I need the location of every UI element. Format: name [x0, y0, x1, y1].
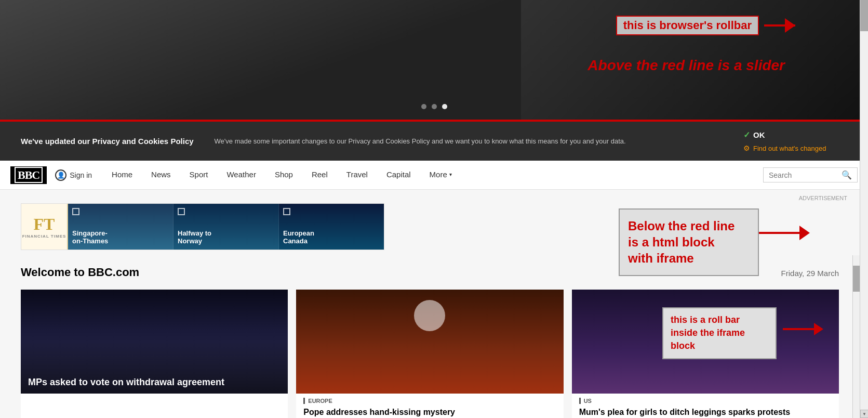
ad-item-3[interactable]: EuropeanCanada	[279, 204, 384, 250]
nav-more-label: More	[430, 170, 447, 179]
ad-checkbox-2	[178, 208, 185, 215]
slider-dots	[421, 104, 447, 109]
cookie-title: We've updated our Privacy and Cookies Po…	[21, 137, 194, 146]
above-red-annotation: Above the red line is a slider	[587, 57, 785, 74]
slider-dot-2[interactable]	[432, 104, 437, 109]
nav-link-news[interactable]: News	[142, 161, 180, 190]
main-content-area: ADVERTISEMENT FT FINANCIAL TIMES Singapo…	[0, 190, 868, 418]
nav-link-weather[interactable]: Weather	[217, 161, 265, 190]
search-input[interactable]	[769, 171, 842, 179]
ft-logo: FT FINANCIAL TIMES	[21, 204, 68, 250]
iframe-scrollbar-thumb[interactable]	[853, 266, 860, 292]
cookie-ok-label: OK	[753, 130, 765, 139]
news-card-pope-image	[296, 290, 563, 394]
mums-card-title: Mum's plea for girls to ditch leggings s…	[579, 407, 832, 418]
nav-links: Home News Sport Weather Shop Reel Travel…	[102, 161, 763, 190]
news-card-politics-image: MPs asked to vote on withdrawal agreemen…	[21, 290, 288, 394]
bbc-logo-text: BBC	[15, 167, 43, 183]
scrollbar-down-btn[interactable]: ▼	[860, 410, 868, 418]
slider-dot-1[interactable]	[421, 104, 426, 109]
below-red-annotation-text: Below the red line is a html block with …	[628, 218, 750, 267]
ad-banner[interactable]: FT FINANCIAL TIMES Singapore-on-Thames H…	[21, 203, 384, 250]
mums-card-body: US Mum's plea for girls to ditch legging…	[572, 394, 839, 418]
rollbar-annotation: this is browser's rollbar	[616, 16, 795, 35]
below-annotation-arrow	[759, 232, 800, 234]
ad-checkbox-1	[72, 208, 79, 215]
nav-link-shop[interactable]: Shop	[265, 161, 302, 190]
cookie-ok-button[interactable]: ✓ OK	[743, 130, 765, 140]
ad-checkbox-3	[283, 208, 290, 215]
slider-bg	[0, 0, 521, 120]
cookie-find-out-link[interactable]: ⚙ Find out what's changed	[743, 144, 826, 152]
nav-link-reel[interactable]: Reel	[302, 161, 337, 190]
red-separator-line	[0, 120, 868, 122]
news-card-pope[interactable]: EUROPE Pope addresses hand-kissing myste…	[296, 290, 563, 418]
ft-logo-text: FT	[34, 215, 55, 234]
welcome-date: Friday, 29 March	[781, 269, 839, 278]
hero-slider: this is browser's rollbar Above the red …	[0, 0, 868, 120]
browser-scrollbar[interactable]: ▲ ▼	[860, 0, 868, 418]
nav-link-more[interactable]: More ▾	[420, 161, 461, 190]
pope-card-title: Pope addresses hand-kissing mystery	[303, 407, 556, 418]
ad-item-text-2: Halfway toNorway	[178, 229, 211, 245]
ad-item-1[interactable]: Singapore-on-Thames	[68, 204, 173, 250]
user-icon: 👤	[55, 169, 66, 181]
cookie-notice-bar: We've updated our Privacy and Cookies Po…	[0, 122, 868, 161]
chevron-down-icon: ▾	[449, 172, 452, 177]
bbc-logo[interactable]: BBC	[10, 166, 47, 184]
bbc-navbar: BBC 👤 Sign in Home News Sport Weather Sh…	[0, 161, 868, 190]
ft-sub-text: FINANCIAL TIMES	[22, 234, 66, 239]
ad-item-text-1: Singapore-on-Thames	[72, 229, 108, 245]
sign-in-label: Sign in	[70, 171, 92, 179]
nav-link-capital[interactable]: Capital	[377, 161, 420, 190]
mums-card-category: US	[579, 398, 832, 404]
gear-icon: ⚙	[743, 144, 750, 152]
cookie-actions: ✓ OK ⚙ Find out what's changed	[743, 130, 847, 152]
iframe-scrollbar-track[interactable]	[852, 255, 860, 418]
search-icon[interactable]: 🔍	[842, 170, 852, 180]
sign-in-button[interactable]: 👤 Sign in	[55, 169, 92, 181]
nav-link-travel[interactable]: Travel	[337, 161, 377, 190]
nav-link-sport[interactable]: Sport	[180, 161, 218, 190]
iframe-scrollbar-arrow	[783, 328, 814, 330]
scrollbar-thumb[interactable]	[860, 0, 868, 31]
welcome-title: Welcome to BBC.com	[21, 266, 139, 279]
slider-dot-3[interactable]	[442, 104, 447, 109]
advertisement-section: ADVERTISEMENT FT FINANCIAL TIMES Singapo…	[0, 190, 868, 255]
pope-card-category: EUROPE	[303, 398, 556, 404]
ad-items-container: Singapore-on-Thames Halfway toNorway Eur…	[68, 204, 384, 250]
rollbar-annotation-text: this is browser's rollbar	[616, 16, 759, 35]
pope-card-body: EUROPE Pope addresses hand-kissing myste…	[296, 394, 563, 418]
checkmark-icon: ✓	[743, 130, 750, 140]
below-red-annotation-block: Below the red line is a html block with …	[619, 208, 759, 276]
nav-link-home[interactable]: Home	[102, 161, 142, 190]
news-card-politics[interactable]: MPs asked to vote on withdrawal agreemen…	[21, 290, 288, 418]
ad-item-text-3: EuropeanCanada	[283, 229, 314, 245]
ad-item-2[interactable]: Halfway toNorway	[173, 204, 279, 250]
rollbar-arrow-icon	[764, 18, 795, 33]
ad-label: ADVERTISEMENT	[21, 195, 847, 201]
search-box[interactable]: 🔍	[763, 167, 858, 182]
politics-card-title: MPs asked to vote on withdrawal agreemen…	[28, 377, 281, 388]
cookie-find-out-label: Find out what's changed	[753, 145, 826, 152]
iframe-scrollbar-annotation: this is a roll bar inside the iframe blo…	[662, 307, 777, 359]
content-with-iframe-scrollbar: Welcome to BBC.com Friday, 29 March MPs …	[0, 255, 860, 418]
cookie-body-text: We've made some important changes to our…	[215, 137, 723, 145]
iframe-scrollbar-text: this is a roll bar inside the iframe blo…	[671, 314, 768, 353]
